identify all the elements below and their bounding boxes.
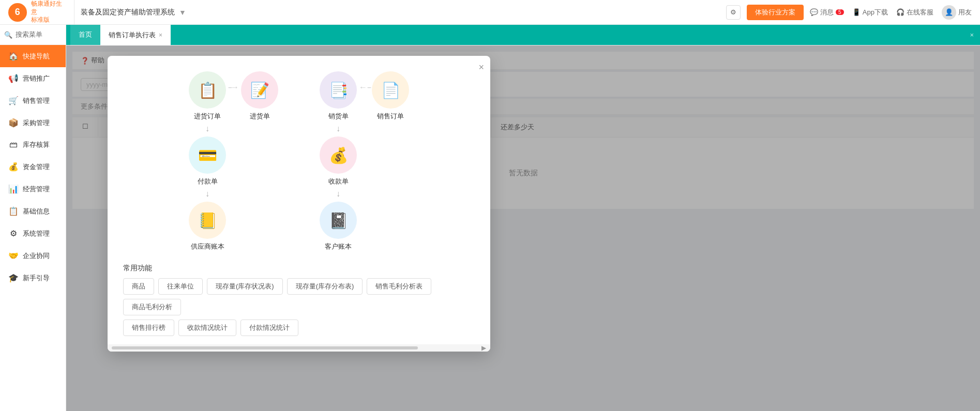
h-arrow-1: - - - - →: [226, 83, 241, 92]
purchase-bill-label: 进货单: [250, 112, 270, 121]
func-buttons-row-2: 销售排行榜 收款情况统计 付款情况统计: [123, 319, 475, 336]
content-area: 首页 销售订单执行表 × × ❓ 帮助: [66, 25, 980, 411]
tab-home[interactable]: 首页: [70, 25, 100, 45]
func-btn-stock-dist[interactable]: 现存量(库存分布表): [287, 278, 363, 295]
func-btn-sales-rank[interactable]: 销售排行榜: [123, 319, 174, 336]
sidebar-item-quick-nav[interactable]: 🏠 快捷导航: [0, 45, 66, 67]
sidebar-item-finance[interactable]: 💰 资金管理: [0, 156, 66, 178]
sidebar-item-inventory[interactable]: 🗃 库存核算: [0, 134, 66, 156]
sidebar-item-marketing[interactable]: 📢 营销推广: [0, 67, 66, 89]
customer-book-label: 客户账本: [325, 242, 352, 251]
common-func-title: 常用功能: [123, 264, 475, 273]
func-btn-receipt-stats[interactable]: 收款情况统计: [178, 319, 236, 336]
logo-icon: 6: [8, 3, 27, 22]
sales-order-icon: 📄: [372, 71, 409, 109]
scroll-right-btn[interactable]: ▶: [481, 344, 486, 352]
quick-nav-icon: 🏠: [8, 51, 19, 61]
top-right-area: 💬 消息 5 📱 App下载 🎧 在线客服 👤 用友: [810, 5, 972, 20]
page-content: ❓ 帮助 🖨 按模板打印 ▼ ⬆ 导出 ↻ 刷新: [66, 45, 980, 411]
arrow-down-3: ↓: [336, 121, 340, 136]
flow-node-sales-bill[interactable]: 📑 销货单: [320, 71, 357, 121]
marketing-icon: 📢: [8, 73, 19, 83]
app-download-btn[interactable]: 📱 App下载: [852, 8, 888, 17]
flow-mid-left-col: 📝 进货单: [241, 71, 278, 121]
operations-icon: 📊: [8, 184, 19, 194]
func-btn-product[interactable]: 商品: [123, 278, 154, 295]
func-btn-stock-status[interactable]: 现存量(库存状况表): [207, 278, 283, 295]
user-avatar: 👤: [942, 5, 956, 20]
sales-bill-icon: 📑: [320, 71, 357, 109]
sales-order-label: 销售订单: [377, 112, 404, 121]
settings-button[interactable]: ⚙: [726, 5, 741, 20]
arrow-down-4: ↓: [336, 186, 340, 202]
flow-mid-right-col: 📑 销货单 ↓ 💰 收款单 ↓: [320, 71, 357, 251]
flow-diagram: 📋 进货订单 ↓ 💳 付款单 ↓: [123, 71, 475, 251]
logo-text: 畅康通好生意 标准版: [31, 0, 68, 24]
system-icon: ⚙: [8, 229, 19, 238]
purchase-order-label: 进货订单: [194, 112, 221, 121]
flow-node-sales-order[interactable]: 📄 销售订单: [372, 71, 409, 121]
sidebar-item-guide[interactable]: 🎓 新手引导: [0, 267, 66, 289]
sidebar-item-operations[interactable]: 📊 经营管理: [0, 178, 66, 200]
flow-modal: × 📋 进货订单 ↓: [108, 56, 490, 352]
sidebar-item-system[interactable]: ⚙ 系统管理: [0, 222, 66, 245]
system-dropdown-btn[interactable]: ▼: [179, 8, 186, 17]
user-area[interactable]: 👤 用友: [942, 5, 972, 20]
finance-icon: 💰: [8, 162, 19, 172]
modal-overlay[interactable]: × 📋 进货订单 ↓: [66, 45, 980, 411]
payment-icon: 💳: [189, 136, 226, 174]
logo-area: 6 畅康通好生意 标准版: [8, 0, 74, 24]
flow-right-col: 📄 销售订单: [372, 71, 409, 121]
arrow-down-2: ↓: [205, 186, 209, 202]
sidebar-search[interactable]: 🔍 搜索菜单: [0, 25, 66, 45]
flow-node-payment[interactable]: 💳 付款单: [189, 136, 226, 186]
common-func-section: 常用功能 商品 往来单位 现存量(库存状况表) 现存量(库存分布表) 销售毛利分…: [123, 264, 475, 336]
tab-sales-order[interactable]: 销售订单执行表 ×: [100, 25, 171, 45]
flow-node-receipt[interactable]: 💰 收款单: [320, 136, 357, 186]
flow-node-customer-book[interactable]: 📓 客户账本: [320, 202, 357, 251]
inventory-icon: 🗃: [8, 140, 19, 149]
modal-close-button[interactable]: ×: [478, 62, 484, 73]
h-arrow-2: ← - - - -: [357, 83, 372, 92]
enterprise-icon: 🤝: [8, 251, 19, 261]
scrollbar-thumb: [112, 346, 418, 349]
message-btn[interactable]: 💬 消息 5: [810, 8, 844, 17]
receipt-icon: 💰: [320, 136, 357, 174]
sidebar: 🔍 搜索菜单 🏠 快捷导航 📢 营销推广 🛒 销售管理 📦 采购管理 🗃: [0, 25, 66, 411]
tab-bar: 首页 销售订单执行表 × ×: [66, 25, 980, 45]
purchase-bill-icon: 📝: [241, 71, 278, 109]
flow-node-purchase-order[interactable]: 📋 进货订单: [189, 71, 226, 121]
supplier-book-label: 供应商账本: [191, 242, 224, 251]
close-all-button[interactable]: ×: [968, 29, 976, 41]
tab-close-icon[interactable]: ×: [159, 32, 162, 39]
arrow-down-1: ↓: [205, 121, 209, 136]
sales-icon: 🛒: [8, 96, 19, 105]
sidebar-item-purchase[interactable]: 📦 采购管理: [0, 112, 66, 134]
purchase-icon: 📦: [8, 118, 19, 128]
online-service-btn[interactable]: 🎧 在线客服: [896, 8, 933, 17]
sidebar-item-basic-info[interactable]: 📋 基础信息: [0, 200, 66, 222]
supplier-book-icon: 📒: [189, 202, 226, 239]
customer-book-icon: 📓: [320, 202, 357, 239]
func-buttons-row-1: 商品 往来单位 现存量(库存状况表) 现存量(库存分布表) 销售毛利分析表 商品…: [123, 278, 475, 315]
sales-bill-label: 销货单: [328, 112, 349, 121]
func-btn-contacts[interactable]: 往来单位: [158, 278, 203, 295]
trial-button[interactable]: 体验行业方案: [747, 5, 804, 20]
modal-scrollbar[interactable]: ▶: [108, 344, 490, 352]
flow-node-purchase-bill[interactable]: 📝 进货单: [241, 71, 278, 121]
flow-left-col: 📋 进货订单 ↓ 💳 付款单 ↓: [189, 71, 226, 251]
payment-label: 付款单: [198, 177, 218, 186]
sidebar-item-sales[interactable]: 🛒 销售管理: [0, 89, 66, 112]
basic-info-icon: 📋: [8, 206, 19, 216]
func-btn-sales-margin[interactable]: 销售毛利分析表: [367, 278, 431, 295]
func-btn-payment-stats[interactable]: 付款情况统计: [240, 319, 298, 336]
search-icon: 🔍: [4, 31, 12, 39]
purchase-order-icon: 📋: [189, 71, 226, 109]
tab-bar-right: ×: [968, 29, 976, 41]
system-title: 装备及固定资产辅助管理系统 ▼: [81, 8, 720, 17]
func-btn-product-margin[interactable]: 商品毛利分析: [123, 299, 181, 315]
guide-icon: 🎓: [8, 273, 19, 283]
sidebar-item-enterprise[interactable]: 🤝 企业协同: [0, 245, 66, 267]
receipt-label: 收款单: [328, 177, 349, 186]
flow-node-supplier-book[interactable]: 📒 供应商账本: [189, 202, 226, 251]
